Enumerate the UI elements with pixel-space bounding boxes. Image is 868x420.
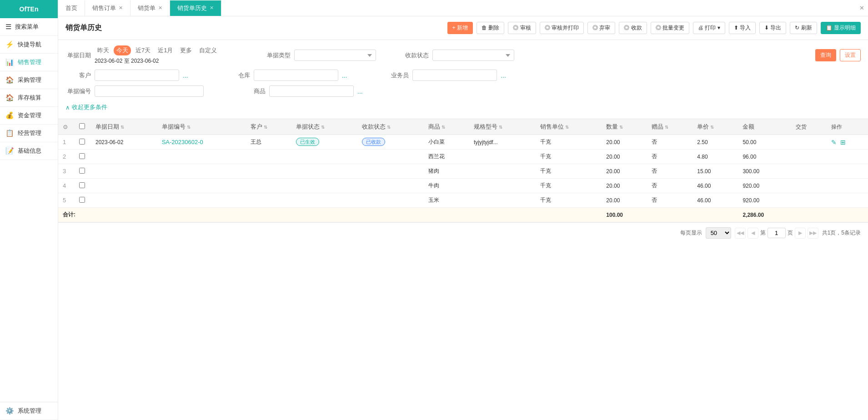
customer-dots-btn[interactable]: ... bbox=[183, 72, 188, 79]
row-amount: 300.00 bbox=[738, 164, 791, 179]
tab-sales-doc-close[interactable]: ✕ bbox=[158, 5, 162, 11]
column-settings-icon[interactable]: ⚙ bbox=[63, 124, 68, 130]
sidebar-item-search-menu[interactable]: ☰ 搜索菜单 bbox=[0, 18, 58, 36]
tab-sales-order-close[interactable]: ✕ bbox=[119, 5, 123, 11]
row-price: 46.00 bbox=[692, 193, 738, 208]
warehouse-dots-btn[interactable]: ... bbox=[342, 72, 347, 79]
date-tag-7days[interactable]: 近7天 bbox=[133, 45, 153, 55]
row-checkbox[interactable] bbox=[79, 139, 85, 145]
date-tag-today[interactable]: 今天 bbox=[114, 45, 131, 55]
salesperson-input[interactable] bbox=[412, 70, 497, 81]
th-spec-sort[interactable]: 规格型号 ⇅ bbox=[474, 123, 531, 131]
warehouse-input[interactable] bbox=[254, 70, 338, 81]
import-btn[interactable]: ⬆ 导入 bbox=[729, 22, 756, 34]
row-price: 46.00 bbox=[692, 179, 738, 193]
search-menu-icon: ☰ bbox=[5, 23, 11, 31]
row-settings-cell: 2 bbox=[58, 150, 75, 164]
settings-btn[interactable]: 设置 bbox=[840, 49, 861, 61]
salesperson-dots-btn[interactable]: ... bbox=[501, 72, 506, 79]
th-amount-sort[interactable]: 金额 bbox=[743, 123, 787, 131]
date-tag-yesterday[interactable]: 昨天 bbox=[95, 45, 112, 55]
row-checkbox[interactable] bbox=[79, 197, 85, 203]
th-date-sort[interactable]: 单据日期 ⇅ bbox=[95, 123, 153, 131]
doc-no-link[interactable]: SA-20230602-0 bbox=[162, 139, 203, 145]
tab-sales-doc[interactable]: 销货单 ✕ bbox=[130, 0, 170, 16]
row-checkbox[interactable] bbox=[79, 153, 85, 159]
export-btn[interactable]: ⬇ 导出 bbox=[759, 22, 786, 34]
page-input[interactable] bbox=[768, 228, 786, 238]
customer-input[interactable] bbox=[95, 70, 179, 81]
th-gift: 赠品 ⇅ bbox=[647, 119, 692, 135]
sidebar-item-system-mgmt[interactable]: ⚙️ 系统管理 bbox=[0, 402, 58, 420]
page-prev-btn[interactable]: ◀ bbox=[748, 228, 758, 239]
abandon-btn[interactable]: ◎ 弃审 bbox=[587, 22, 615, 34]
row-settings-cell: 1 bbox=[58, 135, 75, 150]
row-spec bbox=[469, 164, 536, 179]
row-checkbox[interactable] bbox=[79, 182, 85, 188]
total-info: 共1页，5条记录 bbox=[822, 229, 861, 237]
th-no-sort[interactable]: 单据编号 ⇅ bbox=[162, 123, 241, 131]
page-first-btn[interactable]: ◀◀ bbox=[735, 228, 746, 239]
more-icon[interactable]: ⊞ bbox=[840, 139, 846, 146]
tab-sales-history[interactable]: 销货单历史 ✕ bbox=[170, 0, 221, 16]
tab-sales-order[interactable]: 销售订单 ✕ bbox=[85, 0, 130, 16]
th-price-sort[interactable]: 单价 ⇅ bbox=[697, 123, 733, 131]
sidebar-item-basic-info[interactable]: 📝 基础信息 bbox=[0, 142, 58, 160]
delete-btn[interactable]: 🗑 删除 bbox=[477, 22, 504, 34]
goods-input[interactable] bbox=[269, 85, 354, 97]
tab-home[interactable]: 首页 bbox=[58, 0, 85, 16]
review-print-btn[interactable]: ◎ 审核并打印 bbox=[540, 22, 584, 34]
row-qty: 20.00 bbox=[602, 135, 647, 150]
sidebar-item-purchase-mgmt[interactable]: 🏠 采购管理 bbox=[0, 71, 58, 89]
sidebar-item-sales-mgmt[interactable]: 📊 销售管理 bbox=[0, 54, 58, 71]
th-goods-sort[interactable]: 商品 ⇅ bbox=[428, 123, 465, 131]
page-header: 销货单历史 + 新增 🗑 删除 ◎ 审核 ◎ 审核并打印 ◎ 弃审 ◎ 收款 ◎… bbox=[58, 16, 868, 40]
row-checkbox[interactable] bbox=[79, 168, 85, 174]
sidebar-item-fund-mgmt[interactable]: 💰 资金管理 bbox=[0, 107, 58, 125]
date-tag-custom[interactable]: 自定义 bbox=[196, 45, 220, 55]
goods-dots-btn[interactable]: ... bbox=[357, 88, 363, 95]
refresh-btn[interactable]: ↻ 刷新 bbox=[790, 22, 817, 34]
sidebar-item-inventory[interactable]: 🏠 库存核算 bbox=[0, 89, 58, 107]
row-checkbox-cell bbox=[75, 179, 91, 193]
th-qty-sort[interactable]: 数量 ⇅ bbox=[606, 123, 642, 131]
print-btn[interactable]: 🖨 打印 ▾ bbox=[693, 22, 725, 34]
tabs-close-all[interactable]: ✕ bbox=[856, 5, 868, 11]
receive-btn[interactable]: ◎ 收款 bbox=[619, 22, 647, 34]
unit-sort-icon: ⇅ bbox=[565, 125, 569, 130]
th-customer-sort[interactable]: 客户 ⇅ bbox=[251, 123, 287, 131]
filter-doc-no: 单据编号 bbox=[65, 85, 204, 97]
row-date bbox=[91, 164, 157, 179]
doc-no-input[interactable] bbox=[95, 85, 204, 97]
th-gift-sort[interactable]: 赠品 ⇅ bbox=[652, 123, 688, 131]
select-all-checkbox[interactable] bbox=[79, 123, 85, 129]
query-btn[interactable]: 查询 bbox=[815, 49, 836, 61]
tab-sales-history-close[interactable]: ✕ bbox=[210, 5, 214, 11]
payment-status-select[interactable] bbox=[432, 50, 514, 61]
add-btn[interactable]: + 新增 bbox=[447, 22, 473, 34]
batch-change-btn[interactable]: ◎ 批量变更 bbox=[651, 22, 689, 34]
date-tag-1month[interactable]: 近1月 bbox=[155, 45, 176, 55]
no-sort-icon: ⇅ bbox=[187, 125, 191, 130]
page-next-btn[interactable]: ▶ bbox=[795, 228, 806, 239]
collapse-btn[interactable]: ∧ 收起更多条件 bbox=[65, 101, 861, 113]
page-last-btn[interactable]: ▶▶ bbox=[808, 228, 818, 239]
sidebar-item-label: 搜索菜单 bbox=[15, 23, 39, 31]
table-body: 1 2023-06-02 SA-20230602-0 王总 已生效 已收款 小白… bbox=[58, 135, 868, 208]
th-doc-status-sort[interactable]: 单据状态 ⇅ bbox=[296, 123, 353, 131]
th-unit-sort[interactable]: 销售单位 ⇅ bbox=[540, 123, 597, 131]
th-pay-status-sort[interactable]: 收款状态 ⇅ bbox=[362, 123, 419, 131]
doc-type-select[interactable] bbox=[294, 50, 376, 61]
row-customer bbox=[246, 193, 291, 208]
edit-icon[interactable]: ✎ bbox=[831, 139, 837, 146]
review-btn[interactable]: ◎ 审核 bbox=[508, 22, 536, 34]
page-inner: 销货单历史 + 新增 🗑 删除 ◎ 审核 ◎ 审核并打印 ◎ 弃审 ◎ 收款 ◎… bbox=[58, 16, 868, 420]
footer-label: 合计: bbox=[58, 208, 91, 222]
page-size-select[interactable]: 50 100 200 bbox=[706, 227, 731, 239]
date-tag-more[interactable]: 更多 bbox=[177, 45, 195, 55]
row-pay-status bbox=[357, 193, 424, 208]
show-detail-btn[interactable]: 📋 显示明细 bbox=[821, 22, 861, 34]
sidebar-item-quick-nav[interactable]: ⚡ 快捷导航 bbox=[0, 36, 58, 54]
th-date: 单据日期 ⇅ bbox=[91, 119, 157, 135]
sidebar-item-operations-mgmt[interactable]: 📋 经营管理 bbox=[0, 125, 58, 142]
